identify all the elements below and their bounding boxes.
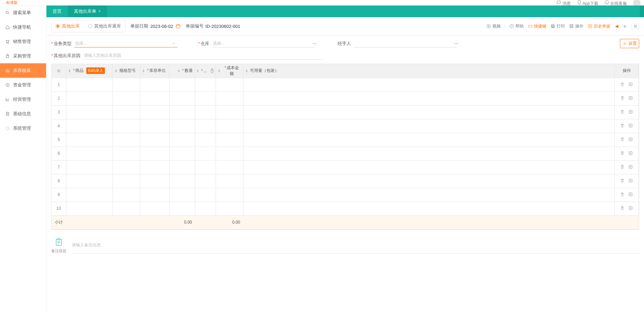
cell-cost[interactable] bbox=[216, 188, 243, 202]
cell-unit[interactable] bbox=[140, 119, 169, 133]
sidebar-item-business[interactable]: 经营管理 bbox=[0, 92, 46, 107]
cell-cost[interactable] bbox=[216, 202, 243, 215]
sidebar-item-inventory[interactable]: 库存核算 bbox=[0, 63, 46, 78]
add-row-icon[interactable] bbox=[628, 178, 634, 184]
operate-button[interactable]: 操作 bbox=[569, 23, 583, 29]
delete-icon[interactable] bbox=[620, 123, 625, 129]
cell-qty[interactable] bbox=[169, 174, 195, 188]
cell-unit[interactable] bbox=[140, 188, 169, 202]
cell-spec[interactable] bbox=[112, 188, 140, 202]
delete-icon[interactable] bbox=[620, 82, 625, 87]
delete-icon[interactable] bbox=[620, 164, 625, 170]
next-arrow-icon[interactable]: ▶ bbox=[623, 24, 627, 29]
add-row-icon[interactable] bbox=[628, 137, 634, 142]
cell-product[interactable] bbox=[66, 78, 112, 92]
table-row[interactable]: 9 bbox=[52, 188, 639, 202]
tab-home[interactable]: 首页 bbox=[46, 6, 68, 17]
scan-badge[interactable]: 扫码录入 bbox=[86, 67, 105, 74]
cell-spec[interactable] bbox=[112, 202, 140, 215]
cell-unit[interactable] bbox=[140, 160, 169, 174]
cell-available[interactable] bbox=[243, 92, 615, 105]
cell-available[interactable] bbox=[243, 188, 615, 202]
more-icon[interactable]: ··· bbox=[313, 41, 317, 46]
table-row[interactable]: 3 bbox=[52, 105, 639, 119]
cell-product[interactable] bbox=[66, 92, 112, 105]
close-icon[interactable]: × bbox=[98, 9, 101, 14]
cell-qty[interactable] bbox=[169, 78, 195, 92]
sidebar-item-basic[interactable]: 基础信息 bbox=[0, 107, 46, 121]
radio-tab-outbound[interactable]: 其他出库 bbox=[52, 20, 84, 32]
cell-spec[interactable] bbox=[112, 119, 140, 133]
cell-more[interactable] bbox=[195, 78, 216, 92]
cell-unit[interactable] bbox=[140, 174, 169, 188]
cell-spec[interactable] bbox=[112, 174, 140, 188]
cell-unit[interactable] bbox=[140, 133, 169, 147]
cell-available[interactable] bbox=[243, 147, 615, 160]
radio-tab-return[interactable]: 其他出库退库 bbox=[84, 20, 125, 32]
cell-cost[interactable] bbox=[216, 78, 243, 92]
cell-spec[interactable] bbox=[112, 147, 140, 160]
cell-more[interactable] bbox=[195, 188, 216, 202]
cell-product[interactable] bbox=[66, 160, 112, 174]
cell-available[interactable] bbox=[243, 160, 615, 174]
delete-icon[interactable] bbox=[620, 96, 625, 101]
history-button[interactable]: 历史单据 bbox=[588, 23, 610, 29]
delete-icon[interactable] bbox=[620, 137, 625, 142]
delete-icon[interactable] bbox=[620, 192, 625, 197]
table-row[interactable]: 10 bbox=[52, 202, 639, 215]
cell-spec[interactable] bbox=[112, 105, 140, 119]
add-row-icon[interactable] bbox=[628, 96, 634, 101]
delete-icon[interactable] bbox=[620, 109, 625, 115]
cell-product[interactable] bbox=[66, 147, 112, 160]
cell-more[interactable] bbox=[195, 160, 216, 174]
add-row-icon[interactable] bbox=[628, 151, 634, 156]
cell-qty[interactable] bbox=[169, 202, 195, 215]
col-available[interactable]: ▲▼可用量（包装） bbox=[243, 64, 615, 78]
cell-spec[interactable] bbox=[112, 160, 140, 174]
col-more[interactable]: ▲▼... ? bbox=[195, 64, 216, 78]
cell-cost[interactable] bbox=[216, 174, 243, 188]
delete-icon[interactable] bbox=[620, 178, 625, 184]
cell-product[interactable] bbox=[66, 202, 112, 215]
delete-icon[interactable] bbox=[620, 151, 625, 156]
prev-arrow-icon[interactable]: ◀ bbox=[614, 24, 619, 29]
cell-available[interactable] bbox=[243, 105, 615, 119]
handler-input[interactable] bbox=[354, 40, 457, 47]
add-row-icon[interactable] bbox=[628, 123, 634, 129]
cell-available[interactable] bbox=[243, 174, 615, 188]
cell-qty[interactable] bbox=[169, 188, 195, 202]
cell-unit[interactable] bbox=[140, 78, 169, 92]
cell-spec[interactable] bbox=[112, 133, 140, 147]
table-row[interactable]: 4 bbox=[52, 119, 639, 133]
cell-qty[interactable] bbox=[169, 147, 195, 160]
cell-more[interactable] bbox=[195, 92, 216, 105]
remarks-input[interactable] bbox=[71, 237, 639, 254]
add-row-icon[interactable] bbox=[628, 109, 634, 115]
sidebar-item-quicknav[interactable]: 快捷导航 bbox=[0, 20, 46, 34]
cell-qty[interactable] bbox=[169, 160, 195, 174]
warehouse-input[interactable] bbox=[212, 40, 315, 47]
cell-qty[interactable] bbox=[169, 119, 195, 133]
cell-cost[interactable] bbox=[216, 105, 243, 119]
list-toggle-icon[interactable] bbox=[632, 23, 639, 29]
add-row-icon[interactable] bbox=[628, 192, 634, 197]
tab-other-outbound[interactable]: 其他出库单 × bbox=[68, 6, 107, 17]
col-spec[interactable]: ▲▼规格型号 bbox=[112, 64, 140, 78]
cell-unit[interactable] bbox=[140, 105, 169, 119]
cell-cost[interactable] bbox=[216, 133, 243, 147]
cell-product[interactable] bbox=[66, 119, 112, 133]
cell-more[interactable] bbox=[195, 147, 216, 160]
cell-unit[interactable] bbox=[140, 92, 169, 105]
cell-unit[interactable] bbox=[140, 202, 169, 215]
video-button[interactable]: 视频 bbox=[486, 23, 501, 29]
reason-input[interactable] bbox=[83, 52, 324, 60]
col-unit[interactable]: ▲▼库存单位 bbox=[140, 64, 169, 78]
date-value[interactable]: 2023-06-02 bbox=[150, 24, 173, 29]
cell-more[interactable] bbox=[195, 174, 216, 188]
cell-product[interactable] bbox=[66, 133, 112, 147]
cell-spec[interactable] bbox=[112, 92, 140, 105]
sidebar-item-funds[interactable]: ¥ 资金管理 bbox=[0, 78, 46, 92]
delete-icon[interactable] bbox=[620, 206, 625, 211]
shortcut-button[interactable]: 快捷键 bbox=[528, 23, 546, 29]
cell-more[interactable] bbox=[195, 105, 216, 119]
